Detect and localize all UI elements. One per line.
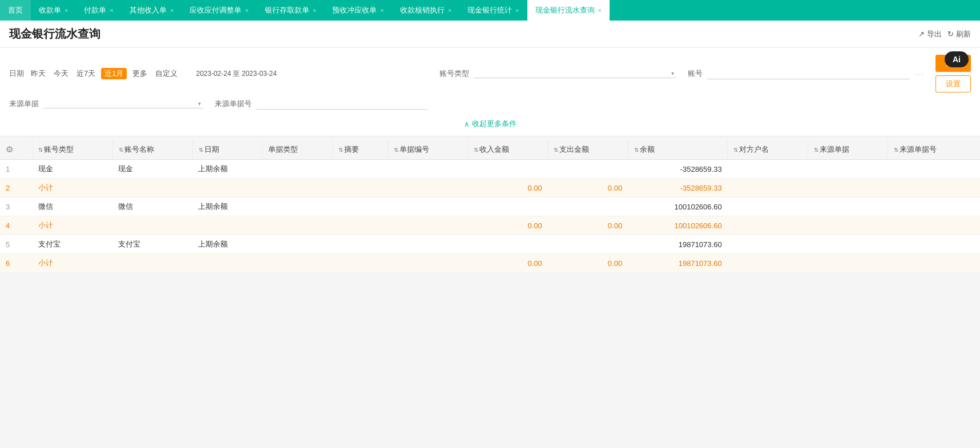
account-type-filter: 账号类型 ▾	[439, 68, 676, 79]
nav-receipts[interactable]: 收款单 ×	[31, 0, 76, 21]
cell-income: 0.00	[467, 179, 547, 197]
nav-cash-bank-flow[interactable]: 现金银行流水查询 ×	[527, 0, 610, 21]
cell-counterpart	[728, 160, 808, 179]
nav-payments[interactable]: 付款单 ×	[76, 0, 121, 21]
account-type-select[interactable]: ▾	[474, 69, 676, 78]
col-bill-type[interactable]: 单据类型	[262, 140, 332, 160]
cell-income	[467, 160, 547, 179]
cell-date	[192, 254, 262, 273]
nav-other-income[interactable]: 其他收入单 ×	[122, 0, 182, 21]
account-input[interactable]	[709, 69, 908, 78]
date-range-text: 2023-02-24 至 2023-03-24	[196, 69, 276, 79]
cell-expense: 0.00	[548, 254, 628, 273]
date-option-7days[interactable]: 近7天	[74, 68, 98, 79]
cell-source_bill	[808, 216, 888, 235]
export-button[interactable]: ↗ 导出	[918, 29, 942, 39]
cell-account_name	[112, 179, 192, 197]
settings-icon[interactable]: ⚙	[6, 144, 13, 154]
close-icon[interactable]: ×	[448, 0, 451, 21]
source-bill-label: 来源单据	[9, 99, 39, 109]
col-account-type[interactable]: ⇅账号类型	[33, 140, 112, 160]
cell-source_bill	[808, 160, 888, 179]
cell-account_name	[112, 254, 192, 273]
cell-balance: -3528659.33	[628, 179, 727, 197]
cell-date: 上期余额	[192, 235, 262, 254]
col-income[interactable]: ⇅收入金额	[467, 140, 547, 160]
col-date[interactable]: ⇅日期	[192, 140, 262, 160]
col-bill-no[interactable]: ⇅单据编号	[388, 140, 467, 160]
cell-bill_no	[388, 235, 467, 254]
date-option-today[interactable]: 今天	[51, 68, 71, 79]
cell-source_bill_no	[888, 179, 980, 197]
account-type-label: 账号类型	[439, 68, 469, 79]
cell-source_bill	[808, 254, 888, 273]
close-icon[interactable]: ×	[515, 0, 519, 21]
close-icon[interactable]: ×	[313, 0, 316, 21]
cell-expense: 0.00	[548, 179, 628, 197]
cell-bill_type	[262, 254, 332, 273]
col-source-bill-no[interactable]: ⇅来源单据号	[888, 140, 980, 160]
source-bill-no-input-wrap	[256, 98, 428, 110]
nav-ar-ap-adjust[interactable]: 应收应付调整单 ×	[182, 0, 256, 21]
nav-home[interactable]: 首页	[0, 0, 31, 21]
setting-button[interactable]: 设置	[935, 75, 971, 92]
col-counterpart[interactable]: ⇅对方户名	[728, 140, 808, 160]
col-balance[interactable]: ⇅余额	[628, 140, 727, 160]
cell-account_type: 微信	[33, 197, 112, 216]
date-filter: 日期 昨天 今天 近7天 近1月 更多 自定义	[9, 68, 180, 79]
date-option-1month[interactable]: 近1月	[101, 68, 127, 79]
refresh-button[interactable]: ↻ 刷新	[947, 29, 971, 39]
col-source-bill[interactable]: ⇅来源单据	[808, 140, 888, 160]
cell-source_bill_no	[888, 254, 980, 273]
col-summary[interactable]: ⇅摘要	[333, 140, 388, 160]
cell-bill_no	[388, 197, 467, 216]
header-actions: ↗ 导出 ↻ 刷新	[918, 29, 971, 39]
cell-summary	[333, 235, 388, 254]
cell-bill_type	[262, 160, 332, 179]
cell-balance: -3528659.33	[628, 160, 727, 179]
nav-cash-bank-stats[interactable]: 现金银行统计 ×	[459, 0, 527, 21]
cell-date: 上期余额	[192, 160, 262, 179]
cell-expense	[548, 235, 628, 254]
cell-num: 5	[0, 235, 33, 254]
date-label: 日期	[9, 68, 24, 79]
refresh-icon: ↻	[947, 30, 954, 38]
date-option-yesterday[interactable]: 昨天	[29, 68, 48, 79]
close-icon[interactable]: ×	[110, 0, 113, 21]
ai-badge[interactable]: Ai	[945, 51, 969, 67]
source-bill-select[interactable]: ▾	[43, 99, 203, 108]
close-icon[interactable]: ×	[245, 0, 248, 21]
more-options-icon[interactable]: ···	[914, 70, 924, 78]
cell-expense	[548, 197, 628, 216]
cell-num: 3	[0, 197, 33, 216]
close-icon[interactable]: ×	[598, 0, 602, 21]
cell-source_bill_no	[888, 160, 980, 179]
table-row: 3微信微信上期余额100102606.60	[0, 197, 980, 216]
close-icon[interactable]: ×	[64, 0, 68, 21]
cell-summary	[333, 254, 388, 273]
close-icon[interactable]: ×	[170, 0, 174, 21]
nav-advance-offset[interactable]: 预收冲应收单 ×	[324, 0, 392, 21]
cell-income: 0.00	[467, 254, 547, 273]
cell-account_name	[112, 216, 192, 235]
cell-bill_no	[388, 179, 467, 197]
cell-source_bill_no	[888, 216, 980, 235]
cell-expense: 0.00	[548, 216, 628, 235]
date-option-custom[interactable]: 自定义	[153, 68, 180, 79]
nav-collection-exec[interactable]: 收款核销执行 ×	[392, 0, 459, 21]
close-icon[interactable]: ×	[380, 0, 384, 21]
cell-source_bill	[808, 235, 888, 254]
nav-bank-deposit[interactable]: 银行存取款单 ×	[257, 0, 324, 21]
table-row: 6小计0.000.0019871073.60	[0, 254, 980, 273]
col-account-name[interactable]: ⇅账号名称	[112, 140, 192, 160]
cell-bill_no	[388, 254, 467, 273]
collapse-label: 收起更多条件	[472, 119, 517, 129]
cell-counterpart	[728, 235, 808, 254]
collapse-bar[interactable]: ∧ 收起更多条件	[9, 115, 971, 130]
cell-account_type: 小计	[33, 216, 112, 235]
date-option-more[interactable]: 更多	[130, 68, 150, 79]
col-gear[interactable]: ⚙	[0, 140, 33, 160]
data-table-wrap: ⚙ ⇅账号类型 ⇅账号名称 ⇅日期 单据类型 ⇅摘要 ⇅单据编号 ⇅收入金额 ⇅…	[0, 140, 980, 273]
col-expense[interactable]: ⇅支出金额	[548, 140, 628, 160]
source-bill-no-input[interactable]	[259, 99, 425, 108]
